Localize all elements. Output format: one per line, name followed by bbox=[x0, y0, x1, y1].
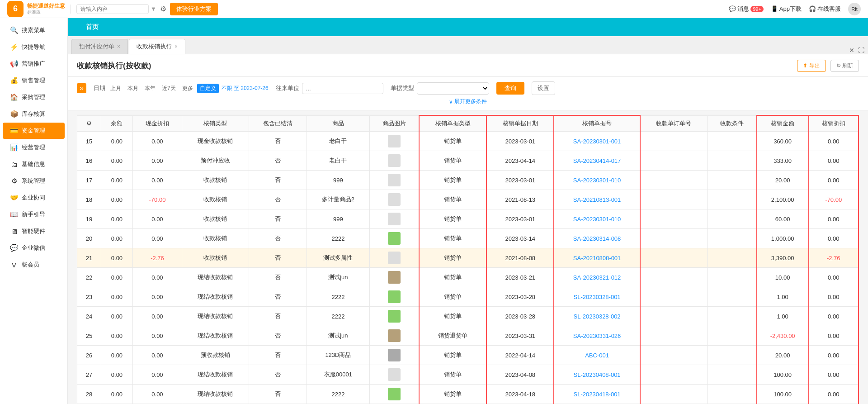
sidebar-item-basic-info[interactable]: 🗂基础信息 bbox=[3, 156, 65, 172]
cell-cancel_doc_no[interactable]: SA-20230301-010 bbox=[554, 171, 640, 190]
col-header-cancel_doc_type: 核销单据类型 bbox=[419, 115, 486, 132]
online-service-button[interactable]: 🎧 在线客服 bbox=[809, 5, 841, 13]
cell-cancel_doc_no[interactable]: SA-20230301-010 bbox=[554, 209, 640, 229]
sidebar-item-enterprise[interactable]: 🤝企业协同 bbox=[3, 190, 65, 206]
cell-cancel_doc_no[interactable]: SA-20230301-001 bbox=[554, 132, 640, 151]
sidebar-item-system[interactable]: ⚙系统管理 bbox=[3, 173, 65, 189]
date-this-year-btn[interactable]: 本年 bbox=[142, 84, 158, 93]
maximize-window-button[interactable]: ⛶ bbox=[858, 47, 864, 54]
sidebar-item-guide[interactable]: 📖新手引导 bbox=[3, 206, 65, 223]
cell-product_img bbox=[369, 171, 419, 190]
cell-product: 2222 bbox=[307, 385, 369, 404]
messages-button[interactable]: 💬 消息 99+ bbox=[729, 5, 764, 13]
cell-cancel_doc_date: 2023-03-31 bbox=[486, 326, 554, 346]
cell-cancel_type: 预付冲应收 bbox=[182, 151, 249, 171]
table-container[interactable]: ⚙余额现金折扣核销类型包含已结清商品商品图片核销单据类型核销单据日期核销单据号收… bbox=[68, 110, 868, 404]
industry-solution-button[interactable]: 体验行业方案 bbox=[170, 3, 218, 15]
col-header-cancel_type: 核销类型 bbox=[182, 115, 249, 132]
cell-cancel_doc_no[interactable]: SL-20230408-001 bbox=[554, 365, 640, 385]
cell-cancel_doc_no[interactable]: SA-20230414-017 bbox=[554, 151, 640, 171]
partner-input[interactable] bbox=[302, 83, 383, 94]
cell-receipt_order_no bbox=[640, 132, 707, 151]
tab-prepay-close-icon[interactable]: × bbox=[117, 43, 120, 50]
cell-cancel_amount: 20.00 bbox=[757, 171, 809, 190]
date-this-month-btn[interactable]: 本月 bbox=[125, 84, 141, 93]
refresh-icon: ↻ bbox=[836, 62, 842, 69]
sidebar-item-operations[interactable]: 📊经营管理 bbox=[3, 139, 65, 156]
search-input[interactable] bbox=[76, 4, 149, 14]
cell-receipt_condition bbox=[707, 287, 757, 307]
settings-gear-icon[interactable]: ⚙ bbox=[160, 5, 166, 13]
close-window-button[interactable]: ✕ bbox=[849, 47, 854, 54]
cell-product: 老白干 bbox=[307, 151, 369, 171]
inventory-icon: 📦 bbox=[10, 110, 18, 118]
tab-prepay[interactable]: 预付冲应付单 × bbox=[71, 39, 128, 54]
cell-balance: 0.00 bbox=[101, 171, 132, 190]
query-button[interactable]: 查询 bbox=[496, 82, 524, 95]
sidebar-item-wechat[interactable]: 💬企业微信 bbox=[3, 240, 65, 256]
cell-balance: 0.00 bbox=[101, 326, 132, 346]
cell-include_settled: 否 bbox=[249, 307, 307, 326]
user-avatar[interactable]: Rit bbox=[848, 3, 861, 15]
main-layout: 🔍搜索菜单⚡快捷导航📢营销推广💰销售管理🏠采购管理📦库存核算💳资金管理📊经营管理… bbox=[0, 18, 868, 404]
cell-cancel_doc_no[interactable]: SL-20230328-001 bbox=[554, 287, 640, 307]
cell-balance: 0.00 bbox=[101, 190, 132, 209]
search-menu-icon: 🔍 bbox=[10, 26, 18, 34]
sidebar-item-search-menu[interactable]: 🔍搜索菜单 bbox=[3, 22, 65, 38]
expand-more-row: ∨ 展开更多条件 bbox=[77, 98, 859, 105]
date-custom-btn[interactable]: 自定义 bbox=[197, 84, 219, 93]
setting-button[interactable]: 设置 bbox=[532, 81, 555, 95]
cell-no: 18 bbox=[77, 190, 101, 209]
export-button[interactable]: ⬆ 导出 bbox=[797, 60, 826, 72]
cell-receipt_condition bbox=[707, 365, 757, 385]
export-icon: ⬆ bbox=[803, 62, 809, 69]
tab-receipt-close-icon[interactable]: × bbox=[175, 43, 178, 50]
cell-cancel_doc_type: 销货单 bbox=[419, 229, 486, 248]
app-download-button[interactable]: 📱 App下载 bbox=[771, 5, 802, 13]
cell-cancel_amount: 3,390.00 bbox=[757, 248, 809, 268]
cell-cancel_doc_no[interactable]: SA-20230314-008 bbox=[554, 229, 640, 248]
sidebar-item-hardware[interactable]: 🖥智能硬件 bbox=[3, 223, 65, 239]
cell-balance: 0.00 bbox=[101, 248, 132, 268]
sidebar-item-member[interactable]: V畅会员 bbox=[3, 257, 65, 273]
cell-cancel_doc_no[interactable]: SA-20230331-026 bbox=[554, 326, 640, 346]
cell-cancel_doc_no[interactable]: SA-20210808-001 bbox=[554, 248, 640, 268]
sidebar-item-marketing[interactable]: 📢营销推广 bbox=[3, 56, 65, 72]
sidebar-item-purchase[interactable]: 🏠采购管理 bbox=[3, 89, 65, 105]
date-more-btn[interactable]: 更多 bbox=[180, 84, 195, 93]
tab-receipt[interactable]: 收款核销执行 × bbox=[129, 39, 185, 54]
tab-prepay-label: 预付冲应付单 bbox=[79, 43, 114, 51]
sidebar-item-sales[interactable]: 💰销售管理 bbox=[3, 72, 65, 89]
topbar-right: 💬 消息 99+ 📱 App下载 🎧 在线客服 Rit bbox=[729, 3, 861, 15]
capital-icon: 💳 bbox=[10, 127, 18, 135]
cell-product: 老白干 bbox=[307, 132, 369, 151]
expand-more-button[interactable]: ∨ 展开更多条件 bbox=[449, 98, 487, 105]
cell-cancel_doc_date: 2023-04-14 bbox=[486, 151, 554, 171]
cell-cancel_discount: 0.00 bbox=[809, 132, 859, 151]
cell-cancel_doc_no[interactable]: SL-20230328-002 bbox=[554, 307, 640, 326]
cell-include_settled: 否 bbox=[249, 326, 307, 346]
cell-product_img bbox=[369, 209, 419, 229]
cell-cash_discount: 0.00 bbox=[133, 307, 182, 326]
cell-cancel_discount: 0.00 bbox=[809, 365, 859, 385]
table-row: 280.000.00现结收款核销否2222销货单2023-04-18SL-202… bbox=[77, 385, 859, 404]
col-header-include_settled: 包含已结清 bbox=[249, 115, 307, 132]
dropdown-arrow-icon[interactable]: ▼ bbox=[151, 5, 156, 12]
cell-cancel_doc_no[interactable]: SL-20230418-001 bbox=[554, 385, 640, 404]
sidebar-item-inventory[interactable]: 📦库存核算 bbox=[3, 106, 65, 122]
expand-icon[interactable]: » bbox=[77, 83, 86, 93]
cell-cancel_discount: -70.00 bbox=[809, 190, 859, 209]
sidebar-item-quick-nav[interactable]: ⚡快捷导航 bbox=[3, 39, 65, 55]
cell-cancel_doc_no[interactable]: SA-20230321-012 bbox=[554, 268, 640, 287]
date-last-7-days-btn[interactable]: 近7天 bbox=[160, 84, 178, 93]
refresh-button[interactable]: ↻ 刷新 bbox=[830, 60, 859, 72]
cell-cancel_doc_no[interactable]: ABC-001 bbox=[554, 346, 640, 365]
cell-cancel_doc_type: 销货单 bbox=[419, 346, 486, 365]
cell-cancel_doc_no[interactable]: SA-20210813-001 bbox=[554, 190, 640, 209]
table-row: 230.000.00现结收款核销否2222销货单2023-03-28SL-202… bbox=[77, 287, 859, 307]
doc-type-select[interactable] bbox=[417, 82, 489, 95]
date-prev-month-btn[interactable]: 上月 bbox=[108, 84, 123, 93]
cell-receipt_condition bbox=[707, 307, 757, 326]
sidebar-item-capital[interactable]: 💳资金管理 bbox=[3, 123, 65, 139]
nav-home[interactable]: 首页 bbox=[77, 18, 108, 36]
